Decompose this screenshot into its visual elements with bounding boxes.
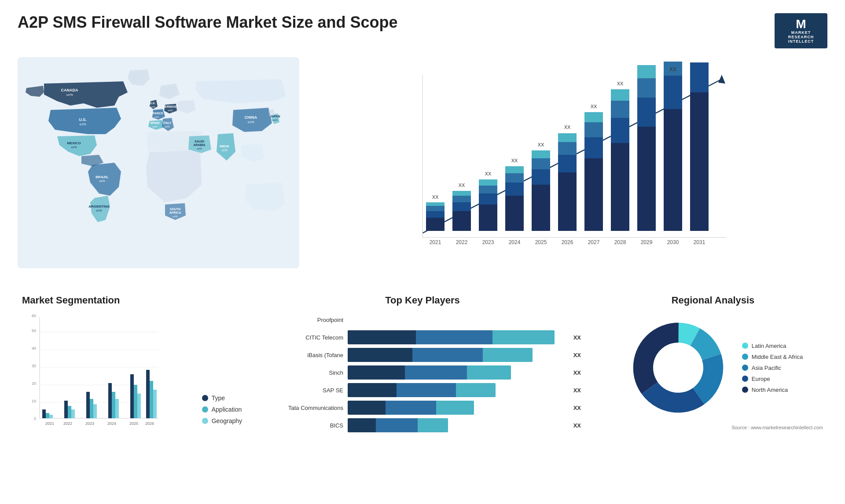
svg-rect-85 bbox=[637, 127, 656, 231]
logo-area: M MARKET RESEARCH INTELLECT bbox=[775, 13, 827, 48]
svg-rect-91 bbox=[664, 76, 682, 109]
list-item: Sinch XX bbox=[264, 365, 581, 380]
svg-rect-134 bbox=[150, 381, 153, 418]
legend-item-mea: Middle East & Africa bbox=[742, 354, 803, 360]
svg-text:xx%: xx% bbox=[272, 119, 278, 121]
page-title: A2P SMS Firewall Software Market Size an… bbox=[18, 13, 398, 32]
player-name-ibasis: iBasis (Tofane bbox=[264, 352, 343, 358]
svg-text:2024: 2024 bbox=[509, 239, 521, 245]
svg-text:10: 10 bbox=[32, 399, 36, 403]
svg-text:xx%: xx% bbox=[66, 93, 73, 97]
legend-item-europe: Europe bbox=[742, 376, 803, 382]
player-xx-sap: XX bbox=[573, 387, 581, 394]
seg-svg-wrap: 0 10 20 30 40 50 60 bbox=[22, 313, 193, 438]
legend-dot-mea bbox=[742, 354, 748, 360]
player-name-bics: BICS bbox=[264, 422, 343, 429]
svg-text:xx%: xx% bbox=[152, 125, 158, 128]
svg-rect-80 bbox=[611, 118, 629, 143]
svg-rect-49 bbox=[479, 205, 497, 231]
svg-text:xx%: xx% bbox=[173, 215, 178, 218]
segmentation-section: Market Segmentation 0 10 20 30 40 5 bbox=[18, 290, 246, 442]
svg-rect-86 bbox=[637, 98, 656, 127]
svg-rect-61 bbox=[532, 185, 550, 231]
svg-rect-117 bbox=[64, 401, 68, 418]
page-header: A2P SMS Firewall Software Market Size an… bbox=[18, 13, 827, 48]
player-bar-wrap-tata bbox=[348, 401, 566, 415]
svg-text:0: 0 bbox=[34, 416, 36, 421]
svg-rect-73 bbox=[584, 158, 603, 231]
legend-label-application: Application bbox=[212, 406, 242, 413]
list-item: SAP SE XX bbox=[264, 383, 581, 397]
svg-text:SOUTH: SOUTH bbox=[170, 208, 181, 211]
svg-rect-118 bbox=[68, 406, 71, 418]
svg-rect-130 bbox=[134, 385, 137, 418]
svg-rect-127 bbox=[115, 399, 119, 418]
svg-rect-123 bbox=[93, 404, 97, 418]
svg-rect-52 bbox=[479, 179, 497, 186]
bar-chart-section: 2021 XX 2022 XX 2023 XX bbox=[308, 57, 827, 277]
svg-rect-135 bbox=[153, 390, 157, 418]
svg-rect-115 bbox=[49, 415, 53, 418]
legend-item-type: Type bbox=[202, 394, 242, 402]
svg-text:2021: 2021 bbox=[45, 421, 54, 426]
svg-point-142 bbox=[653, 343, 703, 393]
player-xx-citic: XX bbox=[573, 334, 581, 341]
legend-dot-europe bbox=[742, 376, 748, 382]
svg-text:xx%: xx% bbox=[96, 209, 102, 212]
svg-text:XX: XX bbox=[485, 171, 492, 176]
svg-rect-119 bbox=[71, 409, 75, 418]
player-bar-wrap bbox=[348, 313, 573, 327]
svg-text:JAPAN: JAPAN bbox=[270, 115, 280, 118]
player-xx-bics: XX bbox=[573, 422, 581, 429]
svg-rect-81 bbox=[611, 101, 629, 118]
svg-text:2031: 2031 bbox=[694, 239, 705, 245]
svg-rect-55 bbox=[505, 196, 524, 231]
svg-text:XX: XX bbox=[669, 66, 676, 73]
seg-legend: Type Application Geography bbox=[202, 394, 242, 438]
logo-line1: MARKET bbox=[791, 30, 811, 35]
player-xx-sinch: XX bbox=[573, 369, 581, 376]
svg-rect-43 bbox=[452, 211, 471, 231]
svg-rect-44 bbox=[452, 202, 471, 211]
main-grid: CANADA xx% U.S. xx% MEXICO xx% BRAZIL xx… bbox=[18, 57, 827, 442]
svg-rect-122 bbox=[90, 399, 93, 418]
bar-chart-svg: 2021 XX 2022 XX 2023 XX bbox=[317, 62, 819, 264]
segmentation-title: Market Segmentation bbox=[22, 295, 242, 306]
svg-rect-133 bbox=[146, 370, 150, 418]
legend-item-geography: Geography bbox=[202, 417, 242, 424]
svg-text:U.K.: U.K. bbox=[150, 102, 156, 105]
svg-text:xx%: xx% bbox=[221, 149, 227, 152]
legend-label-latin: Latin America bbox=[752, 343, 786, 349]
svg-text:FRANCE: FRANCE bbox=[150, 112, 163, 115]
svg-rect-82 bbox=[611, 89, 629, 101]
svg-rect-40 bbox=[426, 202, 445, 206]
svg-rect-95 bbox=[690, 62, 709, 92]
donut-svg bbox=[623, 313, 733, 423]
map-svg: CANADA xx% U.S. xx% MEXICO xx% BRAZIL xx… bbox=[18, 57, 299, 268]
svg-rect-88 bbox=[637, 65, 656, 78]
svg-text:XX: XX bbox=[432, 194, 439, 200]
player-name-proofpoint: Proofpoint bbox=[264, 317, 343, 323]
svg-rect-70 bbox=[558, 133, 577, 142]
svg-rect-94 bbox=[690, 92, 709, 231]
svg-rect-50 bbox=[479, 194, 497, 205]
legend-label-mea: Middle East & Africa bbox=[752, 354, 803, 360]
legend-item-latin: Latin America bbox=[742, 343, 803, 349]
svg-rect-68 bbox=[558, 155, 577, 172]
svg-text:2026: 2026 bbox=[562, 239, 573, 245]
legend-dot-na bbox=[742, 387, 748, 393]
legend-item-apac: Asia Pacific bbox=[742, 365, 803, 371]
player-name-sap: SAP SE bbox=[264, 387, 343, 394]
svg-text:ITALY: ITALY bbox=[163, 121, 171, 124]
svg-text:xx%: xx% bbox=[197, 147, 202, 150]
svg-text:XX: XX bbox=[564, 124, 571, 130]
svg-rect-64 bbox=[532, 150, 550, 158]
svg-rect-58 bbox=[505, 166, 524, 173]
svg-text:SAUDI: SAUDI bbox=[195, 140, 204, 143]
svg-text:ARGENTINA: ARGENTINA bbox=[88, 205, 110, 208]
svg-rect-121 bbox=[86, 392, 90, 418]
player-bar-wrap-citic bbox=[348, 330, 566, 344]
svg-text:xx%: xx% bbox=[247, 120, 254, 124]
svg-rect-87 bbox=[637, 78, 656, 98]
legend-dot-application bbox=[202, 406, 208, 413]
